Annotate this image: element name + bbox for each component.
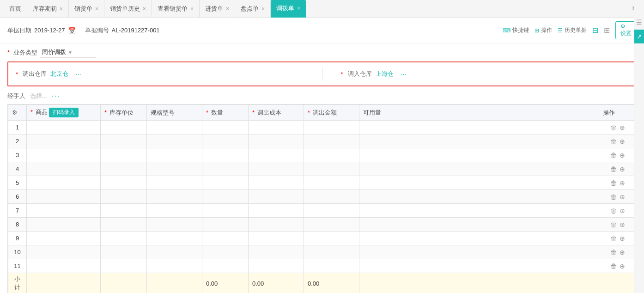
- cell-amount-6[interactable]: [304, 190, 359, 204]
- cell-amount-1[interactable]: [304, 121, 359, 134]
- copy-icon-5[interactable]: ⊕: [620, 179, 625, 187]
- cell-unit-6[interactable]: [101, 190, 147, 204]
- cell-available-1[interactable]: [359, 121, 599, 134]
- calendar-icon[interactable]: 📅: [68, 27, 76, 34]
- copy-icon-2[interactable]: ⊕: [620, 138, 625, 145]
- cell-unit-4[interactable]: [101, 162, 147, 176]
- copy-icon-7[interactable]: ⊕: [620, 207, 625, 214]
- cell-product-9[interactable]: [27, 232, 101, 245]
- cell-cost-7[interactable]: [249, 204, 304, 218]
- cell-quantity-10[interactable]: [202, 245, 249, 259]
- cell-cost-8[interactable]: [249, 218, 304, 232]
- tab-inventory-check-close[interactable]: ×: [261, 6, 265, 12]
- cell-spec-10[interactable]: [147, 245, 202, 259]
- tab-transfer-order[interactable]: 调拨单 ×: [271, 0, 306, 18]
- tab-transfer-order-close[interactable]: ×: [297, 5, 300, 12]
- history-tool[interactable]: ☰ 历史单据: [558, 26, 587, 34]
- delete-icon-8[interactable]: 🗑: [610, 221, 617, 228]
- cell-quantity-9[interactable]: [202, 232, 249, 245]
- cell-unit-10[interactable]: [101, 245, 147, 259]
- th-settings[interactable]: ⚙: [8, 105, 27, 121]
- cell-amount-4[interactable]: [304, 162, 359, 176]
- delete-icon-10[interactable]: 🗑: [610, 249, 617, 256]
- tab-home[interactable]: 首页: [4, 0, 27, 18]
- tab-purchase-order[interactable]: 进货单 ×: [200, 0, 235, 18]
- cell-product-5[interactable]: [27, 176, 101, 190]
- cell-spec-11[interactable]: [147, 259, 202, 273]
- cell-quantity-11[interactable]: [202, 259, 249, 273]
- cell-available-7[interactable]: [359, 204, 599, 218]
- delete-icon-4[interactable]: 🗑: [610, 165, 617, 173]
- cell-spec-2[interactable]: [147, 134, 202, 148]
- warehouse-in-more-button[interactable]: ···: [401, 70, 407, 78]
- cell-amount-10[interactable]: [304, 245, 359, 259]
- cell-amount-5[interactable]: [304, 176, 359, 190]
- cell-amount-11[interactable]: [304, 259, 359, 273]
- cell-product-11[interactable]: [27, 259, 101, 273]
- cell-unit-7[interactable]: [101, 204, 147, 218]
- cell-available-3[interactable]: [359, 148, 599, 162]
- cell-cost-10[interactable]: [249, 245, 304, 259]
- tab-inventory-open[interactable]: 库存期初 ×: [27, 0, 69, 18]
- cell-quantity-6[interactable]: [202, 190, 249, 204]
- cell-product-1[interactable]: [27, 121, 101, 134]
- layout-icon-2[interactable]: ⊞: [604, 26, 610, 35]
- tab-sales-history[interactable]: 销货单历史 ×: [104, 0, 152, 18]
- person-more-button[interactable]: ···: [52, 92, 61, 100]
- cell-quantity-5[interactable]: [202, 176, 249, 190]
- cell-unit-3[interactable]: [101, 148, 147, 162]
- cell-cost-11[interactable]: [249, 259, 304, 273]
- cell-available-9[interactable]: [359, 232, 599, 245]
- cell-spec-5[interactable]: [147, 176, 202, 190]
- cell-unit-1[interactable]: [101, 121, 147, 134]
- business-type-select[interactable]: 同价调拨 ▼: [40, 47, 96, 58]
- operations-tool[interactable]: ⊞ 操作: [535, 26, 552, 34]
- cell-available-6[interactable]: [359, 190, 599, 204]
- delete-icon-1[interactable]: 🗑: [610, 124, 617, 131]
- delete-icon-5[interactable]: 🗑: [610, 179, 617, 187]
- cell-product-8[interactable]: [27, 218, 101, 232]
- copy-icon-6[interactable]: ⊕: [620, 193, 625, 201]
- sidebar-export-icon[interactable]: ↗: [634, 30, 644, 43]
- cell-unit-9[interactable]: [101, 232, 147, 245]
- copy-icon-10[interactable]: ⊕: [620, 249, 625, 256]
- cell-available-8[interactable]: [359, 218, 599, 232]
- cell-spec-9[interactable]: [147, 232, 202, 245]
- warehouse-out-more-button[interactable]: ···: [76, 70, 81, 78]
- cell-cost-4[interactable]: [249, 162, 304, 176]
- shortcut-tool[interactable]: ⌨ 快捷键: [503, 26, 529, 34]
- person-select[interactable]: 选择...: [30, 92, 47, 100]
- delete-icon-2[interactable]: 🗑: [610, 138, 617, 145]
- cell-quantity-8[interactable]: [202, 218, 249, 232]
- cell-cost-5[interactable]: [249, 176, 304, 190]
- cell-unit-8[interactable]: [101, 218, 147, 232]
- delete-icon-6[interactable]: 🗑: [610, 193, 617, 201]
- tab-inventory-open-close[interactable]: ×: [60, 6, 63, 12]
- delete-icon-9[interactable]: 🗑: [610, 235, 617, 242]
- layout-icon-1[interactable]: ⊟: [592, 26, 598, 35]
- tab-view-sales-close[interactable]: ×: [190, 6, 194, 12]
- delete-icon-3[interactable]: 🗑: [610, 152, 617, 159]
- cell-cost-3[interactable]: [249, 148, 304, 162]
- copy-icon-9[interactable]: ⊕: [620, 235, 625, 242]
- cell-amount-8[interactable]: [304, 218, 359, 232]
- tab-inventory-check[interactable]: 盘点单 ×: [235, 0, 271, 18]
- delete-icon-11[interactable]: 🗑: [610, 262, 617, 270]
- cell-unit-5[interactable]: [101, 176, 147, 190]
- cell-available-2[interactable]: [359, 134, 599, 148]
- cell-unit-2[interactable]: [101, 134, 147, 148]
- sidebar-doc-icon[interactable]: ☰: [636, 18, 642, 26]
- copy-icon-11[interactable]: ⊕: [620, 262, 625, 270]
- cell-product-10[interactable]: [27, 245, 101, 259]
- cell-unit-11[interactable]: [101, 259, 147, 273]
- tab-sales-order-close[interactable]: ×: [95, 6, 98, 12]
- cell-product-3[interactable]: [27, 148, 101, 162]
- tab-sales-order[interactable]: 销货单 ×: [69, 0, 104, 18]
- cell-quantity-3[interactable]: [202, 148, 249, 162]
- cell-available-5[interactable]: [359, 176, 599, 190]
- cell-amount-2[interactable]: [304, 134, 359, 148]
- cell-spec-4[interactable]: [147, 162, 202, 176]
- cell-cost-2[interactable]: [249, 134, 304, 148]
- cell-spec-8[interactable]: [147, 218, 202, 232]
- tab-sales-history-close[interactable]: ×: [143, 6, 146, 12]
